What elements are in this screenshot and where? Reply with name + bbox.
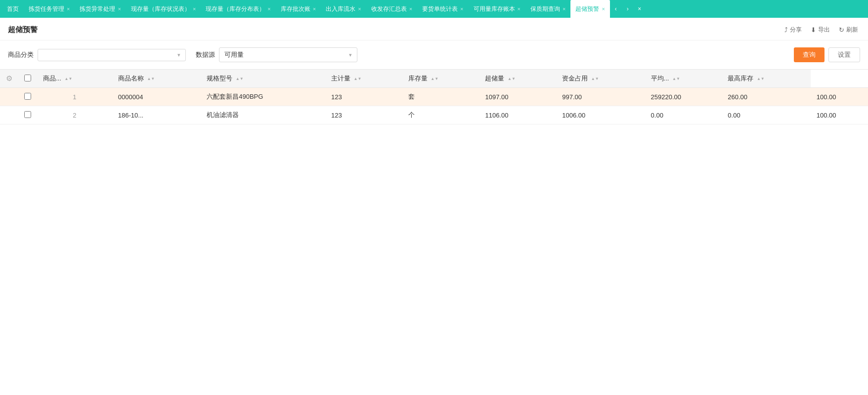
page-actions: ⤴ 分享 ⬇ 导出 ↻ 刷新 <box>782 25 860 35</box>
table-header-row: ⚙ 商品... ▲▼ 商品名称 ▲▼ 规格型号 ▲▼ <box>0 70 868 88</box>
row-stock: 1097.00 <box>479 88 556 106</box>
select-all-checkbox[interactable] <box>24 75 31 81</box>
close-icon[interactable]: × <box>193 6 196 12</box>
sort-icon[interactable]: ▲▼ <box>591 77 599 81</box>
row-unit: 个 <box>402 106 479 124</box>
sort-icon[interactable]: ▲▼ <box>508 77 516 81</box>
datasource-value: 可用量 <box>224 50 244 59</box>
row-product-code: 0000004 <box>112 88 201 106</box>
nav-label: 收发存汇总表 <box>371 5 407 13</box>
row-checkbox-cell <box>18 88 37 106</box>
nav-avail-stock[interactable]: 可用量库存账本 × <box>469 0 525 18</box>
share-icon: ⤴ <box>784 26 788 34</box>
row-avg: 0.00 <box>722 106 810 124</box>
nav-label: 库存批次账 <box>281 5 310 13</box>
nav-label: 拣货任务管理 <box>29 5 64 13</box>
close-icon[interactable]: × <box>358 6 361 12</box>
row-spec: 123 <box>325 106 402 124</box>
nav-label: 现存量（库存状况表） <box>131 5 190 13</box>
close-icon[interactable]: × <box>518 6 521 12</box>
gear-header: ⚙ <box>0 70 18 88</box>
top-navigation: 首页 拣货任务管理 × 拣货异常处理 × 现存量（库存状况表） × 现存量（库存… <box>0 0 868 18</box>
export-label: 导出 <box>818 26 830 34</box>
row-product-name: 机油滤清器 <box>201 106 325 124</box>
nav-arrow-left[interactable]: ‹ <box>610 0 622 18</box>
nav-overstock[interactable]: 超储预警 × <box>570 0 609 18</box>
query-button[interactable]: 查询 <box>794 47 825 62</box>
nav-label: 要货单统计表 <box>422 5 458 13</box>
nav-abnormal[interactable]: 拣货异常处理 × <box>75 0 126 18</box>
close-icon[interactable]: × <box>67 6 70 12</box>
row-max-stock: 100.00 <box>811 106 868 124</box>
nav-collect[interactable]: 收发存汇总表 × <box>366 0 417 18</box>
nav-label: 拣货异常处理 <box>80 5 115 13</box>
settings-button[interactable]: 设置 <box>828 47 860 62</box>
export-icon: ⬇ <box>811 26 816 34</box>
nav-label: 现存量（库存分布表） <box>206 5 265 13</box>
close-icon[interactable]: × <box>118 6 121 12</box>
nav-arrow-more[interactable]: × <box>634 0 646 18</box>
row-stock: 1106.00 <box>479 106 556 124</box>
close-icon[interactable]: × <box>313 6 316 12</box>
close-icon[interactable]: × <box>602 6 605 12</box>
row-spec: 123 <box>325 88 402 106</box>
nav-home[interactable]: 首页 <box>2 0 24 18</box>
row-avg: 260.00 <box>722 88 810 106</box>
table-row: 2 186-10... 机油滤清器 123 个 1106.00 1006.00 … <box>0 106 868 124</box>
category-select[interactable]: ▾ <box>38 49 186 61</box>
row-checkbox[interactable] <box>24 111 31 118</box>
sort-icon[interactable]: ▲▼ <box>354 77 362 81</box>
share-label: 分享 <box>790 26 802 34</box>
close-icon[interactable]: × <box>267 6 270 12</box>
col-product-name: 商品名称 ▲▼ <box>112 70 201 88</box>
col-label: 主计量 <box>331 75 350 82</box>
nav-inout-flow[interactable]: 出入库流水 × <box>321 0 366 18</box>
close-icon[interactable]: × <box>409 6 412 12</box>
datasource-select[interactable]: 可用量 ▾ <box>219 47 357 62</box>
chevron-down-icon: ▾ <box>349 52 352 58</box>
row-product-name: 六配套新昌490BPG <box>201 88 325 106</box>
col-label: 库存量 <box>408 75 428 82</box>
data-table-wrapper: ⚙ 商品... ▲▼ 商品名称 ▲▼ 规格型号 ▲▼ <box>0 69 868 124</box>
nav-stock-status[interactable]: 现存量（库存状况表） × <box>126 0 201 18</box>
col-label: 资金占用 <box>562 75 588 82</box>
main-content: 超储预警 ⤴ 分享 ⬇ 导出 ↻ 刷新 商品分类 ▾ 数据源 <box>0 18 868 395</box>
nav-label: 超储预警 <box>575 5 599 13</box>
row-capital: 259220.00 <box>645 88 722 106</box>
row-number: 2 <box>37 106 112 124</box>
sort-icon[interactable]: ▲▼ <box>672 77 680 81</box>
row-product-code: 186-10... <box>112 106 201 124</box>
row-max-stock: 100.00 <box>811 88 868 106</box>
data-table: ⚙ 商品... ▲▼ 商品名称 ▲▼ 规格型号 ▲▼ <box>0 69 868 124</box>
nav-label: 出入库流水 <box>326 5 355 13</box>
datasource-filter: 数据源 可用量 ▾ <box>196 47 357 62</box>
sort-icon[interactable]: ▲▼ <box>431 77 438 81</box>
row-checkbox[interactable] <box>24 93 31 100</box>
nav-home-label: 首页 <box>7 5 19 13</box>
col-product-code: 商品... ▲▼ <box>37 70 112 88</box>
sort-icon[interactable]: ▲▼ <box>236 77 244 81</box>
nav-stock-dist[interactable]: 现存量（库存分布表） × <box>201 0 275 18</box>
row-overstock: 1006.00 <box>556 106 645 124</box>
nav-order-stat[interactable]: 要货单统计表 × <box>417 0 468 18</box>
settings-icon[interactable]: ⚙ <box>6 74 12 82</box>
nav-shelf-life[interactable]: 保质期查询 × <box>525 0 570 18</box>
nav-arrow-right[interactable]: › <box>622 0 634 18</box>
col-overstock: 超储量 ▲▼ <box>479 70 556 88</box>
col-stock: 库存量 ▲▼ <box>402 70 479 88</box>
sort-icon[interactable]: ▲▼ <box>64 77 72 81</box>
col-avg: 平均... ▲▼ <box>645 70 722 88</box>
sort-icon[interactable]: ▲▼ <box>757 77 765 81</box>
export-button[interactable]: ⬇ 导出 <box>809 25 832 35</box>
nav-task-mgmt[interactable]: 拣货任务管理 × <box>24 0 75 18</box>
sort-icon[interactable]: ▲▼ <box>147 77 155 81</box>
col-max-stock: 最高库存 ▲▼ <box>722 70 810 88</box>
nav-label: 保质期查询 <box>530 5 560 13</box>
refresh-button[interactable]: ↻ 刷新 <box>837 25 860 35</box>
close-icon[interactable]: × <box>460 6 463 12</box>
col-spec: 规格型号 ▲▼ <box>201 70 325 88</box>
category-filter: 商品分类 ▾ <box>8 49 186 61</box>
close-icon[interactable]: × <box>563 6 565 12</box>
nav-batch[interactable]: 库存批次账 × <box>276 0 321 18</box>
share-button[interactable]: ⤴ 分享 <box>782 25 804 35</box>
